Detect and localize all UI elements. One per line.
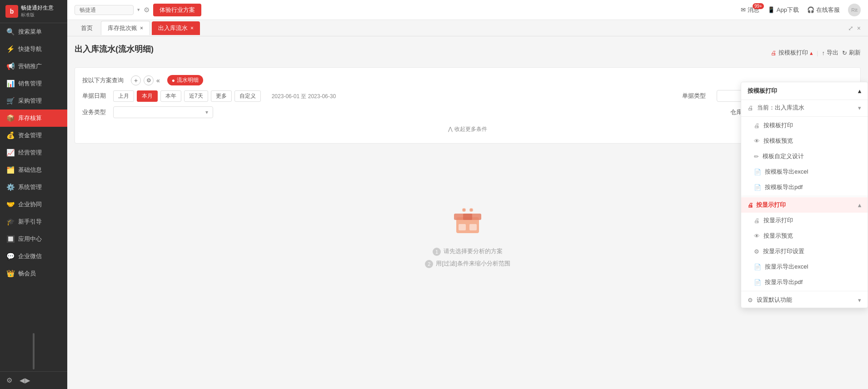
filter-row-2: 单据日期 上月 本月 本年 近7天 更多 自定义 2023-06-01 至 20… — [82, 90, 853, 102]
date-this-year[interactable]: 本年 — [160, 90, 181, 102]
sidebar-item-basic[interactable]: 🗂️ 基础信息 — [0, 161, 67, 179]
app-download-button[interactable]: 📱 App下载 — [768, 6, 799, 14]
dropdown-default-func[interactable]: ⚙ 设置默认功能 ▾ — [741, 292, 868, 308]
dropdown-display-settings[interactable]: ⚙ 按显示打印设置 — [741, 244, 868, 259]
refresh-label: 刷新 — [849, 49, 861, 57]
sidebar-item-wechat[interactable]: 💬 企业微信 — [0, 248, 67, 265]
tab-home[interactable]: 首页 — [75, 21, 99, 35]
sidebar-item-inventory[interactable]: 📦 库存核算 — [0, 110, 67, 127]
dropdown-current[interactable]: 🖨 当前：出入库流水 ▾ — [741, 100, 868, 115]
template-excel-label: 按模板导出excel — [765, 168, 808, 176]
sidebar-label-guide: 新手引导 — [18, 218, 42, 226]
download-icon: 📱 — [768, 6, 775, 13]
dropdown-display-pdf[interactable]: 📄 按显示导出pdf — [741, 274, 868, 290]
tab-close-all-icon[interactable]: × — [857, 25, 861, 32]
tab-flow-label: 出入库流水 — [158, 24, 188, 32]
online-service-button[interactable]: 🎧 在线客服 — [807, 6, 840, 14]
biz-type-label: 业务类型 — [82, 108, 106, 116]
default-func-label: 设置默认功能 — [757, 296, 792, 304]
current-label: 当前：出入库流水 — [757, 104, 804, 112]
message-badge: 99+ — [753, 3, 764, 9]
filter-collapse-icon[interactable]: « — [156, 77, 160, 84]
page-header-row: 出入库流水(流水明细) 🖨 按模板打印 ▴ | ↑ 导出 ↻ 刷新 — [75, 44, 861, 62]
filter-actions: + ⚙ « — [131, 75, 160, 85]
dropdown-template-excel[interactable]: 📄 按模板导出excel — [741, 164, 868, 180]
print-dropdown-icon[interactable]: ▴ — [810, 50, 813, 56]
sidebar-item-search[interactable]: 🔍 搜索菜单 — [0, 23, 67, 40]
sidebar-item-finance[interactable]: 💰 资金管理 — [0, 127, 67, 144]
dropdown-display-excel[interactable]: 📄 按显示导出excel — [741, 259, 868, 274]
biz-type-select[interactable]: ▾ — [113, 106, 213, 118]
collapse-bottom-icon[interactable]: ◀▶ — [20, 376, 30, 384]
current-icon: 🖨 — [748, 105, 753, 111]
print-template-button[interactable]: 🖨 按模板打印 ▴ — [771, 49, 813, 57]
dropdown-template-pdf[interactable]: 📄 按模板导出pdf — [741, 180, 868, 195]
display-section-header[interactable]: 🖨 按显示打印 ▴ — [741, 197, 868, 213]
search-dropdown-icon[interactable]: ▾ — [137, 7, 140, 13]
template-excel-icon: 📄 — [754, 169, 761, 175]
sidebar-icon-system: ⚙️ — [6, 183, 15, 191]
export-icon: ↑ — [822, 50, 825, 56]
template-print-label: 按模板打印 — [763, 121, 793, 130]
refresh-icon: ↻ — [842, 50, 847, 56]
empty-step-2: 2 用[过滤]条件来缩小分析范围 — [425, 259, 510, 268]
date-this-month[interactable]: 本月 — [137, 90, 158, 102]
dropdown-display-preview[interactable]: 👁 按显示预览 — [741, 228, 868, 244]
dropdown-template-print[interactable]: 🖨 按模板打印 — [741, 118, 868, 133]
dropdown-template-preview[interactable]: 👁 按模板预览 — [741, 133, 868, 149]
message-button[interactable]: ✉ 消息 99+ — [741, 6, 759, 14]
tab-flow[interactable]: 出入库流水 × — [152, 21, 200, 35]
dropdown-collapse-icon[interactable]: ▴ — [858, 88, 861, 95]
step-1-num: 1 — [433, 248, 441, 256]
sidebar-label-marketing: 营销推广 — [18, 62, 42, 70]
tab-flow-close-icon[interactable]: × — [190, 25, 194, 31]
dropdown-display-print[interactable]: 🖨 按显示打印 — [741, 213, 868, 228]
sidebar-icon-operations: 📈 — [6, 149, 15, 157]
sidebar-item-member[interactable]: 👑 畅会员 — [0, 265, 67, 282]
topbar: ▾ ⚙ 体验行业方案 ✉ 消息 99+ 📱 App下载 🎧 在线客服 Rit — [67, 0, 868, 20]
refresh-button[interactable]: ↻ 刷新 — [842, 49, 861, 57]
sidebar-item-quicknav[interactable]: ⚡ 快捷导航 — [0, 40, 67, 58]
user-avatar-area[interactable]: Rit — [848, 4, 861, 16]
filter-gear-button[interactable]: ⚙ — [144, 75, 154, 85]
sidebar-item-apps[interactable]: 🔲 应用中心 — [0, 230, 67, 248]
trial-button[interactable]: 体验行业方案 — [153, 4, 201, 16]
date-custom[interactable]: 自定义 — [234, 90, 261, 102]
date-more[interactable]: 更多 — [211, 90, 232, 102]
tab-batch-close-icon[interactable]: × — [140, 25, 143, 31]
dropdown-title: 按模板打印 — [748, 87, 777, 95]
sidebar-label-collab: 企业协同 — [18, 200, 42, 209]
sidebar-item-guide[interactable]: 🎓 新手引导 — [0, 213, 67, 230]
default-func-icon: ⚙ — [748, 297, 753, 304]
step-2-label: 用[过滤]条件来缩小分析范围 — [436, 259, 510, 268]
settings-bottom-icon[interactable]: ⚙ — [6, 376, 12, 384]
sidebar-item-operations[interactable]: 📈 经营管理 — [0, 144, 67, 161]
template-custom-label: 模板自定义设计 — [763, 152, 804, 160]
display-settings-icon: ⚙ — [754, 248, 759, 255]
sidebar-item-marketing[interactable]: 📢 营销推广 — [0, 58, 67, 75]
date-last7[interactable]: 近7天 — [184, 90, 208, 102]
date-last-month[interactable]: 上月 — [113, 90, 134, 102]
tab-batch[interactable]: 库存批次账 × — [101, 21, 150, 35]
page-content: 出入库流水(流水明细) 🖨 按模板打印 ▴ | ↑ 导出 ↻ 刷新 — [67, 36, 868, 389]
export-button[interactable]: ↑ 导出 — [822, 49, 839, 57]
sidebar-icon-sales: 📊 — [6, 80, 15, 88]
biz-type-dropdown-icon: ▾ — [205, 109, 208, 115]
filter-tag-item[interactable]: ● 流水明细 — [167, 75, 203, 85]
search-input[interactable] — [75, 5, 134, 15]
sidebar-item-collab[interactable]: 🤝 企业协同 — [0, 196, 67, 213]
message-icon: ✉ — [741, 6, 746, 13]
sidebar-item-sales[interactable]: 📊 销售管理 — [0, 75, 67, 92]
sidebar-label-quicknav: 快捷导航 — [18, 45, 42, 53]
sidebar-item-purchase[interactable]: 🛒 采购管理 — [0, 92, 67, 110]
sidebar-icon-member: 👑 — [6, 269, 15, 278]
collapse-bar[interactable]: ⋀ 收起更多条件 — [82, 123, 853, 136]
sidebar-icon-apps: 🔲 — [6, 235, 15, 243]
dropdown-template-custom[interactable]: ✏ 模板自定义设计 — [741, 149, 868, 164]
filter-row-3: 业务类型 ▾ 仓库 ··· — [82, 106, 853, 118]
sidebar-nav: 🔍 搜索菜单 ⚡ 快捷导航 📢 营销推广 📊 销售管理 🛒 采购管理 📦 库存核… — [0, 23, 67, 331]
sidebar-item-system[interactable]: ⚙️ 系统管理 — [0, 179, 67, 196]
filter-add-button[interactable]: + — [131, 75, 141, 85]
tab-maximize-icon[interactable]: ⤢ — [848, 25, 853, 32]
topbar-gear-icon[interactable]: ⚙ — [144, 6, 150, 14]
